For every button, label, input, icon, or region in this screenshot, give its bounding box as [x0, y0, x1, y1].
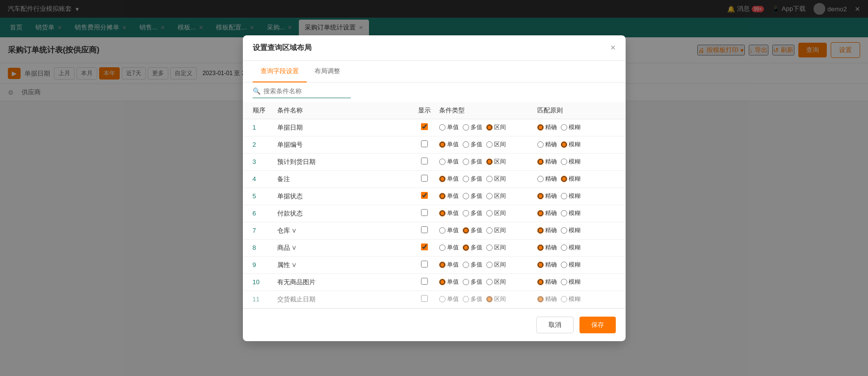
type-radio-8-0[interactable] — [439, 262, 446, 268]
type-radio-7-0[interactable] — [439, 244, 446, 251]
tab-query-settings[interactable]: 查询字段设置 — [253, 61, 307, 82]
type-radio-label-9-0[interactable]: 单值 — [439, 278, 459, 286]
type-radio-label-4-2[interactable]: 区间 — [486, 192, 506, 200]
rule-radio-0-1[interactable] — [561, 124, 567, 131]
type-radio-5-2[interactable] — [486, 210, 493, 216]
rule-radio-label-1-0[interactable]: 精确 — [537, 140, 557, 149]
type-radio-label-5-1[interactable]: 多值 — [463, 209, 482, 217]
rule-radio-label-7-0[interactable]: 精确 — [537, 243, 557, 252]
type-radio-9-0[interactable] — [439, 279, 446, 285]
type-radio-label-6-0[interactable]: 单值 — [439, 226, 459, 235]
type-radio-9-2[interactable] — [486, 279, 493, 285]
display-checkbox-7[interactable] — [421, 243, 428, 250]
rule-radio-label-9-0[interactable]: 精确 — [537, 278, 557, 286]
rule-radio-0-0[interactable] — [537, 124, 544, 131]
type-radio-label-10-1[interactable]: 多值 — [463, 295, 482, 303]
type-radio-label-7-1[interactable]: 多值 — [463, 243, 482, 252]
type-radio-3-1[interactable] — [463, 176, 469, 182]
rule-radio-label-4-0[interactable]: 精确 — [537, 192, 557, 200]
rule-radio-10-1[interactable] — [561, 296, 567, 302]
type-radio-label-2-1[interactable]: 多值 — [463, 158, 482, 166]
type-radio-label-8-2[interactable]: 区间 — [486, 261, 506, 269]
rule-radio-label-8-1[interactable]: 模糊 — [561, 261, 580, 269]
rule-radio-1-1[interactable] — [561, 141, 567, 148]
type-radio-3-2[interactable] — [486, 176, 493, 182]
type-radio-label-4-1[interactable]: 多值 — [463, 192, 482, 200]
type-radio-label-5-0[interactable]: 单值 — [439, 209, 459, 217]
type-radio-5-0[interactable] — [439, 210, 446, 216]
type-radio-3-0[interactable] — [439, 176, 446, 182]
rule-radio-4-0[interactable] — [537, 193, 544, 199]
type-radio-label-3-1[interactable]: 多值 — [463, 175, 482, 183]
type-radio-1-0[interactable] — [439, 141, 446, 148]
rule-radio-3-1[interactable] — [561, 176, 567, 182]
rule-radio-9-0[interactable] — [537, 279, 544, 285]
rule-radio-label-5-1[interactable]: 模糊 — [561, 209, 580, 217]
type-radio-10-1[interactable] — [463, 296, 469, 302]
type-radio-1-1[interactable] — [463, 141, 469, 148]
type-radio-2-0[interactable] — [439, 159, 446, 165]
rule-radio-10-0[interactable] — [537, 296, 544, 302]
type-radio-label-5-2[interactable]: 区间 — [486, 209, 506, 217]
rule-radio-label-8-0[interactable]: 精确 — [537, 261, 557, 269]
type-radio-9-1[interactable] — [463, 279, 469, 285]
rule-radio-6-1[interactable] — [561, 227, 567, 234]
type-radio-label-3-2[interactable]: 区间 — [486, 175, 506, 183]
type-radio-6-2[interactable] — [486, 227, 493, 234]
type-radio-6-1[interactable] — [463, 227, 469, 234]
type-radio-4-0[interactable] — [439, 193, 446, 199]
rule-radio-label-3-1[interactable]: 模糊 — [561, 175, 580, 183]
type-radio-0-1[interactable] — [463, 124, 469, 131]
type-radio-8-2[interactable] — [486, 262, 493, 268]
type-radio-10-2[interactable] — [486, 296, 493, 302]
save-button[interactable]: 保存 — [579, 317, 616, 333]
rule-radio-label-2-1[interactable]: 模糊 — [561, 158, 580, 166]
type-radio-label-1-0[interactable]: 单值 — [439, 140, 459, 149]
rule-radio-label-3-0[interactable]: 精确 — [537, 175, 557, 183]
rule-radio-7-0[interactable] — [537, 244, 544, 251]
rule-radio-label-1-1[interactable]: 模糊 — [561, 140, 580, 149]
type-radio-2-1[interactable] — [463, 159, 469, 165]
display-checkbox-6[interactable] — [421, 226, 428, 233]
rule-radio-label-5-0[interactable]: 精确 — [537, 209, 557, 217]
type-radio-label-7-0[interactable]: 单值 — [439, 243, 459, 252]
type-radio-6-0[interactable] — [439, 227, 446, 234]
rule-radio-label-6-1[interactable]: 模糊 — [561, 226, 580, 235]
tab-layout-adjust[interactable]: 布局调整 — [307, 61, 348, 82]
type-radio-4-1[interactable] — [463, 193, 469, 199]
display-checkbox-5[interactable] — [421, 209, 428, 216]
rule-radio-5-0[interactable] — [537, 210, 544, 216]
type-radio-8-1[interactable] — [463, 262, 469, 268]
rule-radio-8-0[interactable] — [537, 262, 544, 268]
type-radio-7-2[interactable] — [486, 244, 493, 251]
display-checkbox-1[interactable] — [421, 140, 428, 147]
type-radio-label-4-0[interactable]: 单值 — [439, 192, 459, 200]
display-checkbox-10[interactable] — [421, 295, 428, 302]
display-checkbox-2[interactable] — [421, 158, 428, 164]
rule-radio-3-0[interactable] — [537, 176, 544, 182]
search-input[interactable] — [263, 87, 351, 95]
type-radio-label-10-0[interactable]: 单值 — [439, 295, 459, 303]
type-radio-label-8-1[interactable]: 多值 — [463, 261, 482, 269]
dialog-close-button[interactable]: × — [610, 43, 616, 52]
type-radio-2-2[interactable] — [486, 159, 493, 165]
type-radio-label-2-0[interactable]: 单值 — [439, 158, 459, 166]
type-radio-label-8-0[interactable]: 单值 — [439, 261, 459, 269]
type-radio-0-2[interactable] — [486, 124, 493, 131]
display-checkbox-9[interactable] — [421, 278, 428, 285]
rule-radio-label-10-1[interactable]: 模糊 — [561, 295, 580, 303]
type-radio-label-0-1[interactable]: 多值 — [463, 123, 482, 132]
rule-radio-label-4-1[interactable]: 模糊 — [561, 192, 580, 200]
type-radio-4-2[interactable] — [486, 193, 493, 199]
type-radio-label-10-2[interactable]: 区间 — [486, 295, 506, 303]
type-radio-label-9-1[interactable]: 多值 — [463, 278, 482, 286]
type-radio-label-2-2[interactable]: 区间 — [486, 158, 506, 166]
type-radio-label-3-0[interactable]: 单值 — [439, 175, 459, 183]
rule-radio-label-6-0[interactable]: 精确 — [537, 226, 557, 235]
rule-radio-label-0-1[interactable]: 模糊 — [561, 123, 580, 132]
type-radio-label-1-2[interactable]: 区间 — [486, 140, 506, 149]
rule-radio-6-0[interactable] — [537, 227, 544, 234]
type-radio-label-9-2[interactable]: 区间 — [486, 278, 506, 286]
rule-radio-2-0[interactable] — [537, 159, 544, 165]
rule-radio-label-9-1[interactable]: 模糊 — [561, 278, 580, 286]
